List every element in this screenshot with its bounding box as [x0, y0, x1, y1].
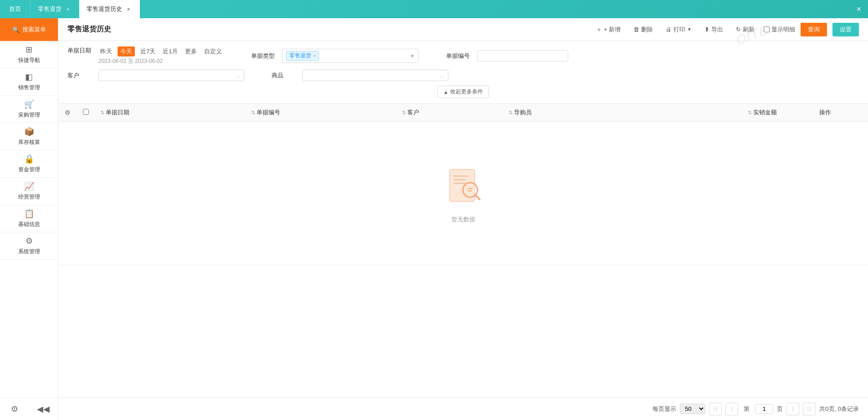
customer-label: 客户 [67, 72, 95, 80]
date-opt-more[interactable]: 更多 [183, 46, 199, 56]
sidebar-item-sales-mgmt-label: 销售管理 [18, 84, 40, 92]
page-header: 零售退货历史 ＋ + 新增 🗑 删除 🖨 打印 ▼ ⬆ 导出 [58, 18, 868, 41]
date-opt-custom[interactable]: 自定义 [202, 46, 224, 56]
export-button[interactable]: ⬆ 导出 [701, 24, 727, 36]
date-opt-yesterday[interactable]: 昨天 [98, 46, 114, 56]
sidebar-item-operation[interactable]: 📈 经营管理 [0, 178, 58, 205]
svg-rect-2 [453, 179, 466, 180]
export-icon: ⬆ [704, 26, 709, 33]
tab-retail-return[interactable]: 零售退货 × [31, 0, 79, 18]
delete-button[interactable]: 🗑 删除 [630, 24, 657, 36]
collapse-up-icon: ▲ [443, 89, 448, 95]
tab-retail-return-history-close[interactable]: × [125, 5, 132, 13]
page-size-select[interactable]: 10 20 50 100 [680, 404, 705, 414]
filter-row-2: 客户 ... 商品 ... [67, 70, 859, 81]
goods-filter-group: 商品 ... [272, 70, 448, 81]
svg-point-5 [465, 185, 475, 195]
col-doc-date[interactable]: 单据日期 [95, 104, 246, 122]
table-header: ⚙ 单据日期 单据编号 客户 [58, 104, 868, 122]
operation-icon: 📈 [24, 181, 34, 191]
doc-type-tag-close[interactable]: × [313, 53, 316, 58]
prev-page-button[interactable]: ⟨ [725, 403, 738, 415]
date-options-row: 昨天 今天 近7天 近1月 更多 自定义 [98, 46, 224, 56]
speaker-button[interactable]: ◀◀ [35, 401, 51, 417]
col-customer[interactable]: 客户 [396, 104, 503, 122]
delete-label: 删除 [641, 26, 653, 34]
goods-input[interactable]: ... [303, 70, 448, 81]
empty-state-text: 暂无数据 [452, 215, 475, 224]
col-amount[interactable]: 实销金额 [632, 104, 782, 122]
refresh-label: 刷新 [743, 26, 755, 34]
doc-type-tag-value: 零售退货 [289, 52, 311, 60]
new-button[interactable]: ＋ + 新增 [592, 24, 624, 36]
settings-button[interactable]: 设置 [832, 23, 859, 36]
tab-home[interactable]: 首页 [0, 0, 31, 18]
col-customer-label: 客户 [407, 109, 419, 116]
date-opt-7days[interactable]: 近7天 [139, 46, 157, 56]
top-bar: 首页 零售退货 × 零售退货历史 × × [0, 0, 868, 18]
first-page-button[interactable]: ⟨⟨ [709, 403, 722, 415]
sidebar-item-purchase-mgmt[interactable]: 🛒 采购管理 [0, 96, 58, 123]
svg-line-6 [475, 195, 480, 200]
doc-type-select[interactable]: 零售退货 × ▼ [282, 49, 419, 63]
page-label-prefix: 第 [744, 405, 750, 413]
doc-num-input[interactable] [477, 50, 568, 61]
purchase-mgmt-icon: 🛒 [24, 99, 34, 109]
next-page-button[interactable]: ⟩ [786, 403, 799, 415]
basic-info-icon: 📋 [24, 209, 34, 219]
gear-button[interactable]: ⚙ [6, 401, 23, 417]
col-action: 操作 [782, 104, 868, 122]
column-settings-icon[interactable]: ⚙ [65, 109, 71, 116]
date-opt-1month[interactable]: 近1月 [161, 46, 180, 56]
sidebar-item-quick-nav-label: 快捷导航 [18, 56, 40, 64]
customer-placeholder: ... [235, 72, 240, 79]
refresh-icon: ↻ [736, 26, 741, 33]
page-title: 零售退货历史 [67, 25, 592, 34]
empty-state-row: 暂无数据 [58, 122, 868, 265]
print-icon: 🖨 [666, 26, 672, 33]
data-table: ⚙ 单据日期 单据编号 客户 [58, 104, 868, 265]
doc-num-label: 单据编号 [446, 52, 473, 60]
print-button[interactable]: 🖨 打印 ▼ [662, 24, 695, 36]
header-actions: ＋ + 新增 🗑 删除 🖨 打印 ▼ ⬆ 导出 ↻ [592, 23, 859, 36]
main-layout: 🔍 搜索菜单 ⊞ 快捷导航 ◧ 销售管理 🛒 采购管理 📦 库存核算 🔒 资金管… [0, 18, 868, 420]
collapse-button[interactable]: ▲ 收起更多条件 [437, 86, 489, 98]
show-detail-checkbox[interactable]: 显示明细 [764, 26, 795, 34]
query-button[interactable]: 查询 [801, 23, 827, 36]
col-settings: ⚙ [58, 104, 77, 122]
goods-label: 商品 [272, 72, 299, 80]
refresh-button[interactable]: ↻ 刷新 [732, 24, 758, 36]
sidebar-item-sys-mgmt-label: 系统管理 [18, 248, 40, 256]
doc-type-label: 单据类型 [251, 52, 278, 60]
sidebar-item-sys-mgmt[interactable]: ⚙ 系统管理 [0, 232, 58, 260]
col-doc-num[interactable]: 单据编号 [246, 104, 396, 122]
customer-input[interactable]: ... [98, 70, 244, 81]
date-filter-label: 单据日期 [67, 46, 95, 55]
date-opt-today[interactable]: 今天 [118, 46, 135, 56]
window-close-button[interactable]: × [850, 0, 868, 18]
print-chevron-icon: ▼ [687, 27, 692, 32]
select-all-checkbox[interactable] [83, 109, 89, 115]
filter-row-1: 单据日期 昨天 今天 近7天 近1月 更多 自定义 2023-06-02 至 2… [67, 46, 859, 65]
inventory-icon: 📦 [24, 127, 34, 137]
sidebar-item-quick-nav[interactable]: ⊞ 快捷导航 [0, 41, 58, 68]
sidebar-item-finance-label: 资金管理 [18, 166, 40, 174]
page-number-input[interactable] [755, 404, 773, 414]
sidebar-item-basic-info[interactable]: 📋 基础信息 [0, 205, 58, 232]
finance-icon: 🔒 [24, 154, 34, 164]
print-label: 打印 [673, 26, 685, 34]
sidebar-search[interactable]: 🔍 搜索菜单 [0, 18, 58, 41]
tab-retail-return-history[interactable]: 零售退货历史 × [79, 0, 140, 18]
col-checkbox [77, 104, 95, 122]
delete-icon: 🗑 [633, 26, 639, 33]
col-action-label: 操作 [819, 109, 831, 116]
col-guide[interactable]: 导购员 [503, 104, 632, 122]
last-page-button[interactable]: ⟩⟩ [803, 403, 816, 415]
show-detail-input[interactable] [764, 26, 770, 32]
doc-num-filter-group: 单据编号 [446, 50, 568, 61]
sidebar-item-inventory[interactable]: 📦 库存核算 [0, 123, 58, 150]
sidebar-item-finance[interactable]: 🔒 资金管理 [0, 150, 58, 178]
sidebar-item-basic-info-label: 基础信息 [18, 220, 40, 228]
sidebar-item-sales-mgmt[interactable]: ◧ 销售管理 [0, 68, 58, 96]
tab-retail-return-close[interactable]: × [64, 5, 72, 13]
